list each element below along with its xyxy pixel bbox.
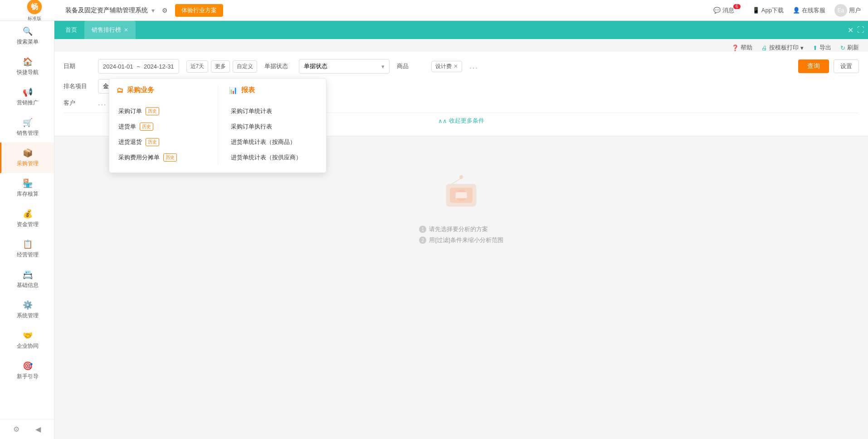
- report-col-icon: 📊: [229, 86, 238, 94]
- purchase-order-history: 历史: [146, 107, 159, 115]
- online-service-label: 在线客服: [802, 6, 825, 15]
- settings-btn[interactable]: 设置: [834, 59, 859, 73]
- system-title-text: 装备及固定资产辅助管理系统: [65, 6, 148, 15]
- dropdown-item-return[interactable]: 进货退货 历史: [117, 134, 207, 150]
- sidebar-item-quick-nav[interactable]: 🏠 快捷导航: [0, 51, 54, 82]
- top-toolbar: ❓ 帮助 🖨 按模板打印 ▾ ⬆ 导出 ↻ 刷新: [54, 39, 868, 52]
- dropdown-item-incoming[interactable]: 进货单 历史: [117, 119, 207, 134]
- date-range-input[interactable]: 2024-01-01 ~ 2024-12-31: [98, 59, 179, 74]
- customer-dots[interactable]: ...: [98, 99, 107, 107]
- sidebar-label-cooperation: 企业协同: [17, 342, 39, 350]
- print-btn[interactable]: 🖨 按模板打印 ▾: [761, 44, 804, 52]
- dropdown-item-purchase-order[interactable]: 采购订单 历史: [117, 104, 207, 119]
- sidebar-item-cooperation[interactable]: 🤝 企业协同: [0, 325, 54, 355]
- date-start: 2024-01-01: [103, 63, 133, 70]
- doc-status-value: 单据状态: [304, 62, 327, 70]
- tab-close-icon[interactable]: ✕: [124, 27, 128, 33]
- doc-status-arrow: ▾: [381, 63, 385, 70]
- sidebar-item-guide[interactable]: 🎯 新手引导: [0, 355, 54, 386]
- purchase-col-header: 🗂 采购业务: [117, 86, 207, 98]
- tab-bar: 首页 销售排行榜 ✕ ✕ ⛶: [54, 21, 868, 39]
- report-2-label: 采购订单执行表: [231, 123, 272, 131]
- sidebar-settings-btn[interactable]: ⚙: [13, 425, 20, 434]
- industry-btn[interactable]: 体验行业方案: [175, 4, 223, 17]
- app-download-btn[interactable]: 📱 App下载: [752, 6, 784, 15]
- report-col-title: 报表: [241, 86, 255, 94]
- svg-line-6: [452, 178, 461, 184]
- dropdown-item-report-3[interactable]: 进货单统计表（按商品）: [229, 134, 319, 150]
- refresh-btn[interactable]: ↻ 刷新: [840, 44, 859, 52]
- sidebar-item-sales[interactable]: 🛒 销售管理: [0, 112, 54, 143]
- tip-text-1: 请先选择要分析的方案: [429, 225, 488, 233]
- collapse-label: 收起更多条件: [449, 117, 484, 125]
- page-content: ❓ 帮助 🖨 按模板打印 ▾ ⬆ 导出 ↻ 刷新: [54, 39, 868, 439]
- export-btn[interactable]: ⬆ 导出: [813, 44, 831, 52]
- report-3-label: 进货单统计表（按商品）: [231, 138, 296, 146]
- collapse-up-icon: ∧∧: [438, 118, 447, 124]
- svg-text:畅: 畅: [31, 2, 38, 10]
- dropdown-item-expense[interactable]: 采购费用分摊单 历史: [117, 150, 207, 165]
- print-dropdown[interactable]: ▾: [800, 44, 804, 51]
- dropdown-item-report-1[interactable]: 采购订单统计表: [229, 104, 319, 119]
- sidebar-item-marketing[interactable]: 📢 营销推广: [0, 82, 54, 112]
- sidebar-collapse-btn[interactable]: ◀: [35, 425, 41, 434]
- expense-history: 历史: [163, 153, 177, 162]
- purchase-order-label: 采购订单: [118, 107, 142, 115]
- sidebar-label-guide: 新手引导: [17, 373, 39, 380]
- marketing-icon: 📢: [23, 87, 33, 97]
- quick-date-custom[interactable]: 自定义: [233, 60, 257, 73]
- filter-row-1: 日期 2024-01-01 ~ 2024-12-31 近7天 更多 自定义 单据…: [63, 59, 859, 74]
- service-icon: 👤: [793, 7, 800, 14]
- empty-tip-1: 1 请先选择要分析的方案: [419, 225, 503, 233]
- expense-label: 采购费用分摊单: [118, 153, 160, 162]
- return-label: 进货退货: [118, 138, 142, 146]
- dropdown-item-report-2[interactable]: 采购订单执行表: [229, 119, 319, 134]
- quick-date-7days[interactable]: 近7天: [186, 60, 209, 73]
- tab-sales-rank[interactable]: 销售排行榜 ✕: [84, 21, 136, 39]
- home-icon: 🏠: [23, 57, 33, 67]
- message-btn[interactable]: 💬 消息 6: [713, 6, 743, 15]
- tab-maximize-icon[interactable]: ✕: [848, 26, 853, 35]
- tab-bar-right: ✕ ⛶: [848, 26, 864, 35]
- guide-icon: 🎯: [23, 361, 33, 371]
- sidebar-label-search: 搜索菜单: [17, 38, 39, 46]
- search-icon: 🔍: [23, 26, 33, 36]
- sidebar-label-system: 系统管理: [17, 312, 39, 320]
- settings-icon[interactable]: ⚙: [162, 7, 168, 14]
- help-btn[interactable]: ❓ 帮助: [731, 44, 752, 52]
- online-service-btn[interactable]: 👤 在线客服: [793, 6, 825, 15]
- sidebar-item-system[interactable]: ⚙️ 系统管理: [0, 295, 54, 325]
- user-avatar: Ea: [834, 4, 847, 17]
- tip-text-2: 用[过滤]条件来缩小分析范围: [429, 236, 503, 244]
- content-area: 首页 销售排行榜 ✕ ✕ ⛶ ❓ 帮助 🖨 按模板打印: [54, 21, 868, 439]
- system-dropdown-arrow[interactable]: ▾: [151, 7, 155, 14]
- sidebar-label-finance: 资金管理: [17, 221, 39, 228]
- tip-num-2: 2: [419, 237, 426, 244]
- sidebar-item-purchase[interactable]: 📦 采购管理: [0, 143, 54, 173]
- sidebar-item-inventory[interactable]: 🏪 库存核算: [0, 173, 54, 203]
- goods-tag-close[interactable]: ✕: [454, 63, 458, 69]
- goods-dots[interactable]: ...: [469, 62, 478, 70]
- logo-area: 畅 标准版: [7, 0, 62, 22]
- finance-icon: 💰: [23, 209, 33, 219]
- refresh-label: 刷新: [847, 44, 859, 52]
- inventory-icon: 🏪: [23, 178, 33, 188]
- user-area[interactable]: Ea 用户: [834, 4, 861, 17]
- sidebar-bottom: ⚙ ◀: [0, 419, 54, 439]
- sidebar-label-marketing: 营销推广: [17, 99, 39, 107]
- quick-dates: 近7天 更多 自定义: [186, 60, 258, 73]
- quick-date-more[interactable]: 更多: [211, 60, 230, 73]
- dropdown-item-report-4[interactable]: 进货单统计表（按供应商）: [229, 150, 319, 165]
- print-label: 按模板打印: [769, 44, 799, 52]
- query-btn[interactable]: 查询: [798, 59, 829, 73]
- sidebar-item-search[interactable]: 🔍 搜索菜单: [0, 21, 54, 51]
- tab-home[interactable]: 首页: [58, 21, 84, 39]
- sidebar-item-basic-info[interactable]: 📇 基础信息: [0, 264, 54, 295]
- sidebar-item-operation[interactable]: 📋 经营管理: [0, 234, 54, 264]
- top-header: 畅 标准版 装备及固定资产辅助管理系统 ▾ ⚙ 体验行业方案 💬 消息 6 📱 …: [0, 0, 868, 21]
- sidebar-item-finance[interactable]: 💰 资金管理: [0, 203, 54, 234]
- tab-fullscreen-icon[interactable]: ⛶: [857, 26, 864, 34]
- empty-tip-2: 2 用[过滤]条件来缩小分析范围: [419, 236, 503, 244]
- date-separator: ~: [137, 63, 141, 70]
- doc-status-select[interactable]: 单据状态 ▾: [299, 59, 390, 74]
